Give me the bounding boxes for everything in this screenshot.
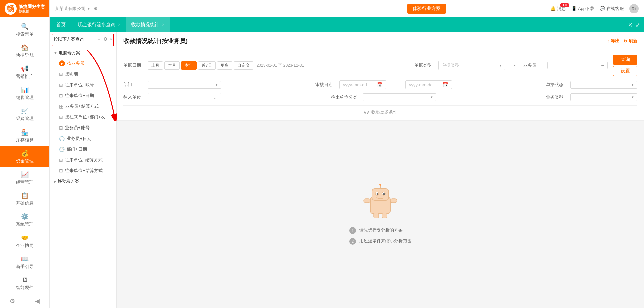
top-header-right: 🔔 消息 99+ 📱 App下载 💬 在线客服 Rit: [550, 4, 639, 13]
svg-rect-10: [374, 213, 379, 218]
scheme-settings-icon[interactable]: ⚙: [103, 36, 108, 42]
sidebar-item-label: 智能硬件: [16, 285, 34, 291]
scheme-item-salesman-date[interactable]: 🕐 业务员+日期: [50, 133, 116, 144]
svg-point-5: [383, 193, 385, 195]
sidebar-item-label: 快捷导航: [16, 52, 34, 58]
document-type-select[interactable]: 单据类型 ▾: [438, 61, 505, 70]
scheme-list: ▼ 电脑端方案 ▶ 按业务员 ⊞ 按明细 ⊟ 往来单位+账号: [50, 45, 116, 308]
sidebar-collapse-icon[interactable]: ◀: [35, 297, 40, 305]
business-type-arrow-icon: ▾: [632, 95, 634, 99]
scheme-bar-icon: ▦: [59, 104, 63, 109]
scheme-item-salesman-account[interactable]: ⊟ 业务员+账号: [50, 122, 116, 133]
tab-bank-flow[interactable]: 现金银行流水查询 ×: [72, 17, 126, 32]
sidebar-item-search-menu[interactable]: 🔍 搜索菜单: [0, 19, 49, 41]
date-btn-this-month[interactable]: 本月: [164, 61, 180, 70]
company-name: 某某某有限公司: [55, 6, 86, 12]
sidebar-item-quick-nav[interactable]: 🏠 快捷导航: [0, 41, 49, 62]
scheme-item-counterpart-date[interactable]: ⊟ 往来单位+日期: [50, 90, 116, 101]
message-icon[interactable]: 🔔 消息 99+: [550, 6, 566, 12]
sidebar-item-operation[interactable]: 📈 经营管理: [0, 167, 49, 189]
query-button[interactable]: 查询: [613, 55, 637, 65]
scheme-item-counterpart-account[interactable]: ⊟ 往来单位+账号: [50, 80, 116, 90]
salesman-label: 业务员: [523, 62, 542, 68]
logo-sub: 标准版: [19, 9, 45, 13]
tab-receivable-stats[interactable]: 收款情况统计 ×: [126, 17, 170, 32]
sidebar-item-guide[interactable]: 📖 新手引导: [0, 252, 49, 273]
date-btn-custom[interactable]: 自定义: [234, 61, 253, 70]
date-btn-more[interactable]: 更多: [217, 61, 232, 70]
counterpart-category-arrow-icon: ▾: [431, 95, 433, 99]
hardware-icon: 🖥: [22, 276, 28, 284]
department-select[interactable]: ▾: [148, 81, 221, 89]
add-scheme-icon[interactable]: ＋: [97, 36, 101, 42]
sidebar-item-enterprise[interactable]: 🤝 企业协同: [0, 231, 49, 252]
counterpart-input[interactable]: ...: [148, 93, 221, 101]
user-avatar[interactable]: Rit: [629, 4, 639, 13]
scheme-item-counterpart-dept-collect[interactable]: ⊟ 按往来单位+部门+收...: [50, 112, 116, 122]
salesman-select[interactable]: ···: [547, 62, 608, 69]
sidebar-item-finance[interactable]: 💰 资金管理: [0, 146, 49, 167]
collapse-bar[interactable]: ∧∧ 收起更多条件: [123, 105, 637, 118]
counterpart-category-select[interactable]: ▾: [363, 93, 436, 101]
sidebar-item-label: 库存核算: [16, 137, 34, 143]
date-btn-last-month[interactable]: 上月: [148, 61, 163, 70]
svg-rect-9: [390, 199, 397, 203]
settings-button[interactable]: 设置: [613, 66, 637, 76]
app-download-icon[interactable]: 📱 App下载: [571, 6, 594, 12]
business-type-select[interactable]: ▾: [570, 93, 637, 101]
empty-step-1: 1 请先选择要分析的方案: [349, 227, 412, 234]
tab-receivable-stats-close-icon[interactable]: ×: [162, 22, 164, 27]
tab-close-all-icon[interactable]: ✕: [628, 22, 632, 28]
sidebar-item-inventory[interactable]: 🏪 库存核算: [0, 125, 49, 146]
date-btn-7days[interactable]: 近7天: [198, 61, 216, 70]
mobile-scheme-group-title[interactable]: ▶ 移动端方案: [50, 176, 116, 186]
tab-bank-flow-close-icon[interactable]: ×: [118, 22, 120, 27]
sidebar-item-purchase[interactable]: 🛒 采购管理: [0, 104, 49, 125]
page-title-actions: ↑ 导出 ↻ 刷新: [607, 38, 638, 44]
scheme-collapse-icon[interactable]: «: [110, 36, 112, 42]
counterpart-dots-icon[interactable]: ...: [214, 95, 218, 100]
date-btn-this-year[interactable]: 本年: [181, 61, 197, 70]
svg-point-4: [377, 193, 378, 195]
scheme-item-dept-date[interactable]: 🕐 部门+日期: [50, 144, 116, 155]
document-status-select[interactable]: ▾: [570, 81, 637, 89]
tab-home[interactable]: 首页: [50, 17, 72, 32]
refresh-button[interactable]: ↻ 刷新: [624, 38, 637, 44]
scheme-item-by-salesman[interactable]: ▶ 按业务员: [50, 58, 116, 69]
document-status-label: 单据状态: [546, 82, 565, 88]
calendar-to-icon[interactable]: 📅: [443, 82, 448, 87]
sidebar-item-hardware[interactable]: 🖥 智能硬件: [0, 273, 49, 294]
company-dropdown-icon[interactable]: ▾: [88, 6, 90, 11]
tab-maximize-icon[interactable]: ⤢: [636, 22, 640, 28]
export-button[interactable]: ↑ 导出: [607, 38, 620, 44]
refresh-icon: ↻: [624, 39, 627, 44]
sidebar-item-system[interactable]: ⚙️ 系统管理: [0, 210, 49, 231]
pc-scheme-group: ▼ 电脑端方案 ▶ 按业务员 ⊞ 按明细 ⊟ 往来单位+账号: [50, 48, 116, 176]
pc-scheme-arrow-icon: ▼: [54, 51, 57, 55]
review-date-label: 审核日期: [315, 82, 334, 88]
document-type-label: 单据类型: [414, 62, 433, 68]
sidebar-item-label: 销售管理: [16, 95, 34, 101]
review-date-to-input[interactable]: yyyy-mm-dd 📅: [405, 80, 452, 89]
review-date-from-input[interactable]: yyyy-mm-dd 📅: [339, 80, 386, 89]
sidebar-item-marketing[interactable]: 📢 营销推广: [0, 62, 49, 83]
document-type-dots[interactable]: ···: [512, 62, 517, 68]
scheme-item-counterpart-settle[interactable]: ⊞ 往来单位+结算方式: [50, 155, 116, 165]
settings-icon[interactable]: ⚙: [94, 6, 98, 11]
trial-button[interactable]: 体验行业方案: [407, 4, 446, 14]
scheme-item-counterpart-settle2[interactable]: ⊟ 往来单位+结算方式: [50, 165, 116, 176]
filter-section: 单据日期 上月 本月 本年 近7天 更多 自定义 2023-01-01 至 20…: [117, 50, 644, 121]
scheme-item-by-detail[interactable]: ⊞ 按明细: [50, 69, 116, 80]
empty-steps: 1 请先选择要分析的方案 2 用过滤条件来缩小分析范围: [349, 227, 412, 249]
sidebar-item-sales[interactable]: 📊 销售管理: [0, 83, 49, 104]
sidebar-item-label: 搜索菜单: [16, 31, 34, 37]
online-service-icon[interactable]: 💬 在线客服: [600, 6, 624, 12]
filter-row-3: 往来单位 ... 往来单位分类 ▾ 业务类型 ▾: [123, 93, 637, 101]
pc-scheme-group-title[interactable]: ▼ 电脑端方案: [50, 48, 116, 58]
calendar-from-icon[interactable]: 📅: [377, 82, 383, 87]
scheme-table4-icon: ⊟: [59, 125, 63, 131]
sidebar-settings-icon[interactable]: ⚙: [10, 297, 15, 305]
scheme-item-salesman-settle[interactable]: ▦ 业务员+结算方式: [50, 101, 116, 112]
business-type-label: 业务类型: [546, 94, 565, 100]
sidebar-item-base-info[interactable]: 📋 基础信息: [0, 189, 49, 210]
